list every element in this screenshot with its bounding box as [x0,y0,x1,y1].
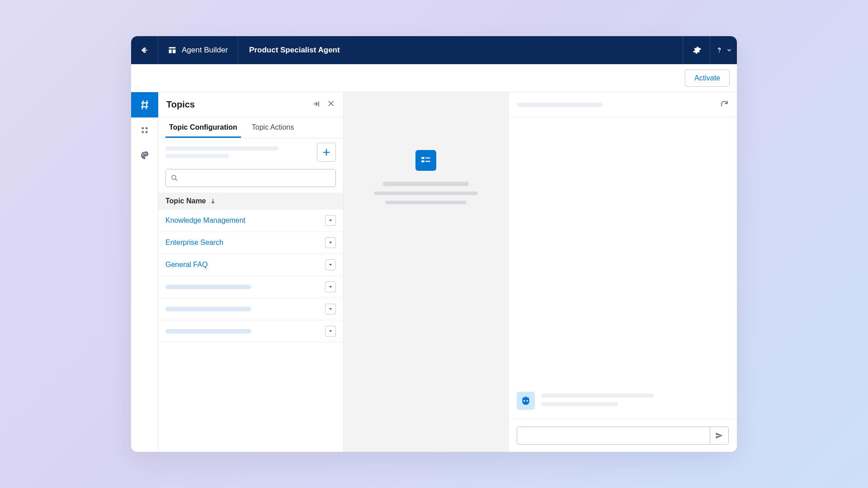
caret-down-icon [328,284,333,290]
chat-header [509,92,737,117]
svg-point-16 [524,400,525,401]
svg-point-3 [719,52,720,53]
panel-title: Topics [166,99,311,110]
chat-body [509,117,737,419]
caret-down-icon [328,328,333,334]
app-name: Agent Builder [182,46,228,55]
topic-link[interactable]: General FAQ [165,261,325,269]
svg-rect-12 [421,157,425,159]
tab-topic-actions[interactable]: Topic Actions [248,117,297,138]
row-menu-button[interactable] [325,326,336,337]
palette-icon [140,150,150,160]
grid-icon [140,126,149,135]
svg-point-11 [172,175,176,179]
row-menu-button[interactable] [325,304,336,314]
col-topic-name: Topic Name [165,197,206,205]
activate-button[interactable]: Activate [685,70,730,87]
content-area: Topics Topic Configuration Topic Actions [131,92,737,452]
caret-down-icon [328,262,333,267]
detail-pane [344,92,508,452]
settings-button[interactable] [683,36,710,64]
table-row [158,320,343,343]
plus-icon [321,147,331,157]
table-row [158,276,343,298]
svg-point-6 [142,131,144,133]
collapse-panel-button[interactable] [311,99,321,110]
list-icon [420,155,432,166]
rail-topics[interactable] [131,92,158,117]
row-menu-button[interactable] [325,237,336,248]
send-button[interactable] [710,427,729,445]
topics-table-header[interactable]: Topic Name [158,192,343,210]
topic-placeholder [165,329,325,333]
svg-point-10 [146,154,146,155]
toolbar-placeholder [165,146,312,158]
close-panel-button[interactable] [327,99,335,110]
caret-down-icon [328,306,333,312]
svg-rect-2 [173,50,176,53]
back-button[interactable] [131,36,158,64]
sort-down-icon [210,198,216,204]
table-row: Enterprise Search [158,232,343,254]
help-icon [715,46,723,54]
chat-title-placeholder [517,103,603,107]
svg-rect-0 [169,47,176,48]
svg-point-8 [142,154,143,155]
row-menu-button[interactable] [325,215,336,226]
svg-point-4 [142,127,144,129]
tab-topic-configuration[interactable]: Topic Configuration [165,117,241,138]
topics-panel: Topics Topic Configuration Topic Actions [158,92,344,452]
svg-rect-14 [421,160,425,162]
help-dropdown[interactable] [710,36,737,64]
add-topic-button[interactable] [317,143,336,162]
table-row [158,298,343,320]
gear-icon [692,46,701,55]
app-brand: Agent Builder [158,36,238,64]
close-icon [327,99,335,108]
panel-header: Topics [158,92,343,117]
chat-input-bar [509,419,737,452]
app-window: Agent Builder Product Specialist Agent A… [131,36,737,452]
svg-point-7 [145,131,147,133]
rail-theme[interactable] [131,143,158,168]
chevron-down-icon [726,47,732,53]
send-icon [715,431,724,440]
topic-link[interactable]: Enterprise Search [165,239,325,247]
panel-toolbar [158,138,343,165]
caret-down-icon [328,240,333,245]
refresh-chat-button[interactable] [720,99,729,110]
svg-point-17 [527,400,528,401]
svg-rect-1 [169,50,172,53]
rail-apps[interactable] [131,117,158,143]
search-icon [170,174,179,182]
titlebar-actions [683,36,737,64]
svg-rect-13 [425,158,430,159]
search-input[interactable] [165,169,336,187]
topics-table: Knowledge Management Enterprise Search G… [158,210,343,343]
topic-placeholder [165,285,325,289]
caret-down-icon [328,218,333,223]
table-row: General FAQ [158,254,343,276]
panel-tabs: Topic Configuration Topic Actions [158,117,343,138]
titlebar: Agent Builder Product Specialist Agent [131,36,737,64]
detail-placeholder [374,182,478,204]
row-menu-button[interactable] [325,259,336,270]
row-menu-button[interactable] [325,282,336,292]
collapse-icon [311,99,321,108]
svg-point-5 [145,127,147,129]
hash-icon [139,99,151,111]
chat-panel [508,92,737,452]
left-rail [131,92,158,452]
topic-placeholder [165,307,325,311]
svg-point-9 [143,153,144,154]
refresh-icon [720,99,729,108]
svg-rect-15 [425,161,430,162]
subheader: Activate [131,64,737,92]
topic-link[interactable]: Knowledge Management [165,216,325,225]
assistant-placeholder [541,392,729,410]
bot-icon [520,395,532,407]
topic-search [165,169,336,187]
table-row: Knowledge Management [158,210,343,232]
chat-input[interactable] [517,427,710,445]
assistant-avatar [517,392,535,410]
